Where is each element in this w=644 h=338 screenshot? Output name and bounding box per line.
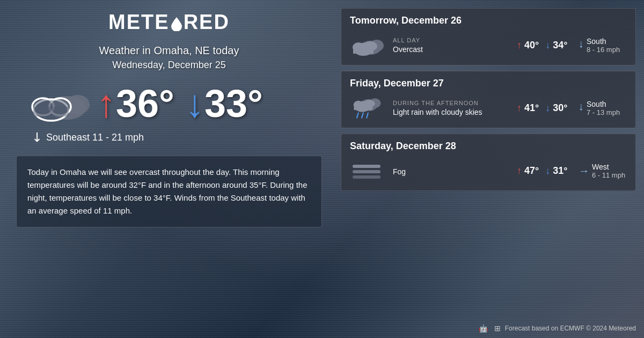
svg-line-22: [362, 113, 363, 118]
footer-icons: 🤖 ⊞: [479, 324, 501, 333]
temp-high-value: 36°: [116, 82, 174, 126]
fc-low-2: ↓ 31°: [545, 165, 567, 177]
forecast-wind-icon-0: ↑: [579, 39, 584, 52]
forecast-wind-spd-2: 6 - 11 mph: [592, 171, 625, 179]
forecast-wind-dir-1: South: [587, 100, 620, 108]
temp-high: ↑ 36°: [97, 82, 174, 126]
condition-label-0: ALL DAY: [393, 37, 509, 43]
right-panel: Tomorrow, December 26 ALL DAY Overcas: [338, 0, 644, 338]
windows-icon: ⊞: [494, 324, 501, 333]
condition-text-2: Fog: [393, 167, 509, 176]
svg-line-21: [357, 113, 358, 118]
svg-rect-20: [354, 105, 373, 110]
description-text: Today in Omaha we will see overcast thro…: [27, 167, 307, 215]
fc-high-0: ↑ 40°: [517, 40, 539, 51]
forecast-wind-2: → West 6 - 11 mph: [579, 163, 627, 179]
fc-high-2: ↑ 47°: [517, 165, 539, 177]
forecast-date-0: Tomorrow, December 26: [350, 15, 627, 26]
forecast-card-1: Friday, December 27: [341, 71, 636, 128]
forecast-wind-dir-2: West: [592, 163, 625, 171]
temp-high-arrow: ↑: [97, 82, 116, 126]
forecast-wind-dir-0: South: [587, 37, 620, 46]
forecast-date-1: Friday, December 27: [350, 78, 627, 89]
left-panel: METE RED Weather in Omaha, NE today Wedn…: [0, 0, 338, 338]
forecast-card-2: Saturday, December 28 Fog ↑: [341, 134, 636, 191]
svg-rect-14: [353, 47, 374, 54]
forecast-wind-1: ↑ South 7 - 13 mph: [579, 100, 627, 116]
forecast-body-1: DURING THE AFTERNOON Light rain with clo…: [350, 94, 627, 121]
forecast-temps-1: ↑ 41° ↓ 30°: [517, 102, 570, 114]
forecast-wind-spd-1: 7 - 13 mph: [587, 108, 620, 116]
temp-low: ↓ 33°: [185, 82, 263, 126]
forecast-icon-0: [350, 32, 385, 58]
fc-low-1: ↓ 30°: [545, 102, 567, 114]
forecast-condition-2: Fog: [393, 166, 509, 176]
logo: METE RED: [16, 11, 322, 34]
svg-line-23: [367, 113, 368, 118]
wind-speed: 11 - 21 mph: [92, 132, 144, 143]
forecast-condition-0: ALL DAY Overcast: [393, 37, 509, 54]
forecast-body-2: Fog ↑ 47° ↓ 31° → West 6 -: [350, 157, 627, 184]
fc-low-0: ↓ 34°: [545, 40, 567, 51]
logo-text: METE RED: [108, 11, 230, 34]
weather-main: ↑ 36° ↓ 33°: [16, 82, 322, 126]
condition-text-1: Light rain with cloudy skies: [393, 108, 509, 116]
svg-rect-8: [33, 107, 69, 116]
android-icon: 🤖: [479, 324, 488, 333]
wind-direction-icon: ↗: [28, 128, 47, 146]
footer-text: Forecast based on ECMWF © 2024 Meteored: [505, 325, 636, 332]
temp-low-value: 33°: [204, 82, 263, 126]
forecast-temps-2: ↑ 47° ↓ 31°: [517, 165, 570, 177]
forecast-wind-icon-1: ↑: [579, 102, 584, 114]
footer: 🤖 ⊞ Forecast based on ECMWF © 2024 Meteo…: [479, 324, 636, 333]
svg-rect-25: [353, 170, 380, 173]
condition-text-0: Overcast: [393, 45, 509, 54]
condition-label-1: DURING THE AFTERNOON: [393, 100, 509, 106]
forecast-wind-spd-0: 8 - 16 mph: [587, 46, 620, 54]
forecast-icon-1: [350, 94, 385, 121]
forecast-wind-0: ↑ South 8 - 16 mph: [579, 37, 627, 54]
temps-main: ↑ 36° ↓ 33°: [97, 82, 263, 126]
location-title: Weather in Omaha, NE today: [16, 45, 322, 57]
forecast-icon-2: [350, 157, 385, 184]
temp-low-arrow: ↓: [185, 82, 204, 126]
description-box: Today in Omaha we will see overcast thro…: [16, 156, 322, 227]
forecast-card-0: Tomorrow, December 26 ALL DAY Overcas: [341, 8, 636, 65]
forecast-body-0: ALL DAY Overcast ↑ 40° ↓ 34° ↑: [350, 32, 627, 58]
svg-rect-26: [353, 175, 380, 179]
svg-rect-24: [353, 165, 380, 168]
wind-info: ↗ Southeast 11 - 21 mph: [16, 130, 322, 145]
fc-high-1: ↑ 41°: [517, 102, 539, 114]
cloud-icon-large: [27, 82, 91, 125]
forecast-wind-icon-2: →: [579, 165, 589, 177]
forecast-temps-0: ↑ 40° ↓ 34°: [517, 40, 570, 51]
forecast-date-2: Saturday, December 28: [350, 141, 627, 152]
wind-direction: Southeast: [46, 132, 90, 143]
forecast-condition-1: DURING THE AFTERNOON Light rain with clo…: [393, 100, 509, 116]
logo-drop-icon: [170, 11, 183, 34]
date-title: Wednesday, December 25: [16, 60, 322, 71]
